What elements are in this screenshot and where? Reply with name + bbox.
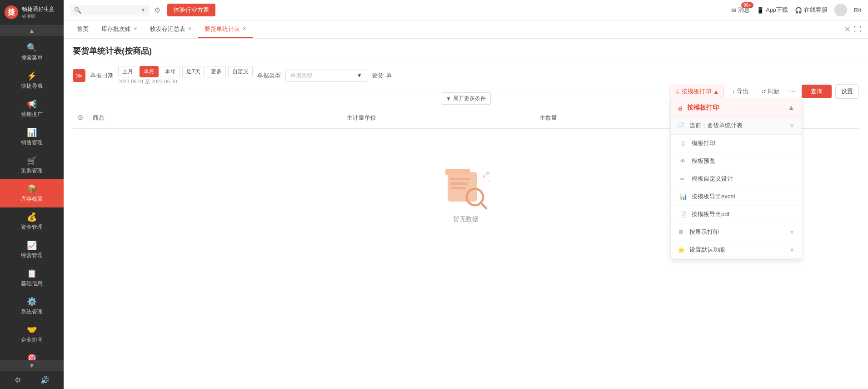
current-template-arrow: ▼ (789, 122, 795, 129)
logo-icon: 捷 (5, 5, 18, 19)
export-button[interactable]: ↑ 导出 (728, 85, 753, 98)
svg-rect-0 (448, 172, 477, 202)
search-dropdown-icon[interactable]: ▼ (140, 7, 146, 13)
app-download-button[interactable]: 📱 App下载 (757, 6, 788, 14)
tab-inventory-batch[interactable]: 库存批次账 ✕ (95, 21, 144, 38)
display-print-section[interactable]: 🖥 按显示打印 ▼ (671, 223, 802, 241)
purchase-icon: 🛒 (27, 156, 37, 166)
template-print-item[interactable]: 🖨 模板打印 (671, 135, 802, 152)
default-function-icon: ⭐ (678, 247, 685, 253)
tab-close-order-stats[interactable]: ✕ (242, 26, 246, 32)
order-type-label: 单据类型 (257, 71, 281, 80)
order-type-select[interactable]: 单据类型 ▼ (285, 70, 367, 82)
yaohuodan-filter: 要货 单 (372, 71, 394, 80)
tab-order-stats[interactable]: 要货单统计表 ✕ (198, 21, 253, 38)
template-print-icon: 🖨 (680, 140, 687, 147)
date-btn-7days[interactable]: 近7天 (182, 66, 205, 77)
no-data-container: 暂无数据 (439, 165, 493, 223)
expand-more-button[interactable]: ▼ 展开更多条件 (441, 92, 491, 105)
dropdown-header: 🖨 按模板打印 ▲ (671, 99, 802, 117)
yaohuodan-label2: 单 (386, 71, 392, 80)
sidebar-item-finance[interactable]: 💰 资金管理 (0, 207, 64, 236)
message-button[interactable]: ✉ 消息 99+ (731, 6, 750, 14)
sidebar-settings-icon[interactable]: ⚙ (15, 376, 21, 384)
sidebar-item-sales[interactable]: 📊 销售管理 (0, 123, 64, 151)
header-gear-icon[interactable]: ⚙ (154, 6, 160, 15)
template-pdf-icon: 📄 (680, 211, 687, 218)
refresh-button[interactable]: ↺ 刷新 (757, 85, 784, 98)
tab-close-inventory-batch[interactable]: ✕ (133, 26, 137, 32)
tab-home[interactable]: 首页 (70, 21, 95, 38)
tab-bar: 首页 库存批次账 ✕ 收发存汇总表 ✕ 要货单统计表 ✕ ✕ ⛶ (64, 20, 868, 39)
quick-nav-icon: ⚡ (27, 71, 37, 81)
settings-button[interactable]: 设置 (835, 84, 859, 99)
default-function-arrow: ▼ (789, 247, 795, 253)
date-btn-custom[interactable]: 自定义 (228, 66, 253, 77)
default-function-section[interactable]: ⭐ 设置默认功能 ▼ (671, 241, 802, 259)
template-excel-icon: 📊 (680, 193, 687, 200)
search-input[interactable] (84, 7, 138, 13)
more-options-icon[interactable]: ··· (788, 85, 798, 98)
sidebar-item-collab[interactable]: 🤝 企业协同 (0, 320, 64, 349)
page-header: 要货单统计表(按商品) (64, 39, 868, 61)
sidebar-item-basic[interactable]: 📋 基础信息 (0, 264, 64, 292)
sidebar-item-operation[interactable]: 📈 经营管理 (0, 236, 64, 264)
current-template-item[interactable]: 📄 当前：要货单统计表 ▼ (671, 117, 802, 135)
export-icon: ↑ (732, 88, 735, 95)
sidebar-scroll-down[interactable]: ▼ (0, 360, 64, 371)
date-btn-more[interactable]: 更多 (207, 66, 226, 77)
sidebar-scroll-up[interactable]: ▲ (0, 25, 64, 36)
tab-close-all-icon[interactable]: ✕ (844, 25, 850, 34)
sidebar-item-inventory[interactable]: 📦 库存核算 (0, 179, 64, 207)
date-quick-buttons: 上月 本月 本年 近7天 更多 自定义 (118, 66, 253, 77)
print-dropdown-arrow[interactable]: ▲ (713, 88, 719, 95)
date-btn-last-month[interactable]: 上月 (118, 66, 137, 77)
svg-point-7 (483, 175, 485, 178)
toolbar-right: 🖨 按模板打印 ▲ ↑ 导出 ↺ 刷新 ··· 查询 设置 (669, 84, 859, 99)
svg-point-8 (488, 180, 489, 182)
sidebar-item-system[interactable]: ⚙️ 系统管理 (0, 292, 64, 320)
system-icon: ⚙️ (27, 297, 37, 307)
template-excel-item[interactable]: 📊 按模板导出excel (671, 188, 802, 206)
sidebar: 捷 畅捷通好生意 标准版 ▲ 🔍 搜索菜单 ⚡ 快捷导航 📢 营销推广 📊 销售… (0, 0, 64, 389)
username-label: Rit (854, 7, 861, 14)
sidebar-audio-icon[interactable]: 🔊 (40, 376, 50, 384)
display-print-arrow: ▼ (789, 229, 795, 236)
basic-icon: 📋 (27, 268, 37, 278)
template-pdf-item[interactable]: 📄 按模板导出pdf (671, 206, 802, 223)
message-badge: 99+ (741, 2, 753, 8)
operation-icon: 📈 (27, 240, 37, 250)
print-icon: 🖨 (674, 88, 680, 95)
template-custom-item[interactable]: ✏ 模板自定义设计 (671, 170, 802, 188)
online-service-button[interactable]: 🎧 在线客服 (795, 6, 828, 14)
template-custom-icon: ✏ (680, 176, 687, 182)
sidebar-item-marketing[interactable]: 📢 营销推广 (0, 95, 64, 123)
sidebar-item-guide[interactable]: 🎯 新手引导 (0, 349, 64, 360)
dropdown-close-icon[interactable]: ▲ (788, 104, 795, 112)
tab-receivable-summary[interactable]: 收发存汇总表 ✕ (144, 21, 198, 38)
table-settings-icon[interactable]: ⚙ (73, 110, 88, 126)
filter-expand-button[interactable]: ≫ (73, 69, 85, 82)
date-btn-this-year[interactable]: 本年 (161, 66, 180, 77)
display-print-icon: 🖥 (678, 229, 685, 236)
sidebar-item-purchase[interactable]: 🛒 采购管理 (0, 151, 64, 179)
trial-button[interactable]: 体验行业方案 (167, 4, 215, 16)
print-template-button[interactable]: 🖨 按模板打印 ▲ (669, 85, 724, 98)
query-button[interactable]: 查询 (802, 85, 832, 98)
sidebar-item-quick-nav[interactable]: ⚡ 快捷导航 (0, 66, 64, 95)
sidebar-item-search[interactable]: 🔍 搜索菜单 (0, 38, 64, 66)
date-filter-label: 单据日期 (90, 71, 114, 80)
date-btn-this-month[interactable]: 本月 (140, 66, 159, 77)
no-data-text: 暂无数据 (453, 215, 479, 223)
tab-maximize-icon[interactable]: ⛶ (854, 25, 861, 34)
inventory-icon: 📦 (27, 184, 37, 194)
template-preview-icon: 👁 (680, 158, 687, 165)
template-preview-item[interactable]: 👁 模板预览 (671, 152, 802, 170)
tab-close-receivable-summary[interactable]: ✕ (188, 26, 192, 32)
print-dropdown-menu: 🖨 按模板打印 ▲ 📄 当前：要货单统计表 ▼ 🖨 模板打印 👁 模板预览 (670, 99, 802, 259)
yaohuodan-label: 要货 (372, 71, 384, 80)
header-search-box[interactable]: 🔍 ▼ (70, 5, 150, 15)
finance-icon: 💰 (27, 212, 37, 222)
order-type-placeholder: 单据类型 (290, 72, 312, 80)
dropdown-title: 按模板打印 (687, 104, 719, 112)
